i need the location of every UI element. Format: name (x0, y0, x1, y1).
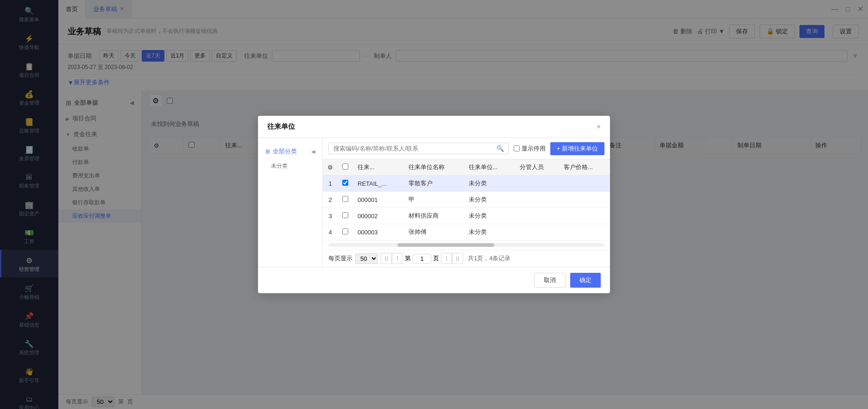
modal-table-container: ⚙ 往来... 往来单位名称 往来单位... 分管人员 客户价格... 1 (323, 159, 610, 240)
row-num: 4 (323, 224, 338, 240)
row-category: 未分类 (464, 208, 515, 224)
horizontal-scrollbar[interactable] (328, 243, 604, 247)
modal-title: 往来单位 (267, 122, 295, 131)
row-manager (515, 192, 560, 208)
row-category: 未分类 (464, 176, 515, 192)
row-name: 零散客户 (404, 176, 464, 192)
modal-col-manager[interactable]: 分管人员 (515, 159, 560, 176)
page-input[interactable] (413, 254, 431, 264)
row-price (559, 192, 610, 208)
row-code: 000002 (353, 208, 404, 224)
per-page-select[interactable]: 50 (355, 253, 378, 264)
add-partner-btn[interactable]: + 新增往来单位 (550, 142, 604, 155)
modal-close-btn[interactable]: × (597, 123, 601, 131)
row-manager (515, 176, 560, 192)
modal-main: 🔍 显示停用 + 新增往来单位 ⚙ (323, 138, 610, 267)
per-page-label: 每页显示 (328, 254, 352, 263)
modal-header: 往来单位 × (258, 116, 610, 138)
table-row[interactable]: 2 000001 甲 未分类 (323, 192, 610, 208)
row-manager (515, 208, 560, 224)
modal-scrollbar-area (323, 240, 610, 250)
modal-search-box[interactable]: 🔍 (328, 143, 509, 154)
table-row[interactable]: 3 000002 材料供应商 未分类 (323, 208, 610, 224)
modal-body: ⊞ 全部分类 ◀ 未分类 🔍 显示停用 (258, 138, 610, 267)
confirm-btn[interactable]: 确定 (570, 273, 601, 288)
row-code: 000001 (353, 192, 404, 208)
page-prev-btn[interactable]: ⟨ (392, 253, 403, 264)
row-num: 3 (323, 208, 338, 224)
show-disabled-checkbox[interactable] (514, 145, 520, 151)
partner-modal: 往来单位 × ⊞ 全部分类 ◀ 未分类 (258, 116, 610, 293)
table-row[interactable]: 1 RETAIL_... 零散客户 未分类 (323, 176, 610, 192)
modal-sidebar-uncategorized[interactable]: 未分类 (258, 159, 322, 173)
table-row[interactable]: 4 000003 张帅傅 未分类 (323, 224, 610, 240)
modal-sidebar-all-category[interactable]: ⊞ 全部分类 ◀ (258, 144, 322, 159)
modal-col-checkbox[interactable] (338, 159, 353, 176)
cancel-btn[interactable]: 取消 (534, 273, 566, 288)
row-checkbox[interactable] (338, 176, 353, 192)
row-name: 张帅傅 (404, 224, 464, 240)
modal-pagination: 每页显示 50 ⟨⟨ ⟨ 第 页 ⟩ ⟩⟩ 共1页，4条记录 (323, 250, 610, 267)
total-label: 共1页，4条记录 (468, 254, 510, 263)
modal-search-icon: 🔍 (497, 145, 504, 152)
page-of-label: 页 (433, 254, 439, 263)
row-manager (515, 224, 560, 240)
row-num: 2 (323, 192, 338, 208)
modal-actions: 取消 确定 (258, 267, 610, 293)
row-num: 1 (323, 176, 338, 192)
show-disabled-area: 显示停用 (514, 145, 546, 153)
row-code: 000003 (353, 224, 404, 240)
grid2-icon: ⊞ (265, 148, 270, 155)
page-last-btn[interactable]: ⟩⟩ (452, 253, 463, 264)
page-label: 第 (405, 254, 411, 263)
modal-toolbar: 🔍 显示停用 + 新增往来单位 (323, 138, 610, 159)
page-next-btn[interactable]: ⟩ (441, 253, 452, 264)
modal-overlay[interactable]: 往来单位 × ⊞ 全部分类 ◀ 未分类 (0, 0, 868, 409)
modal-sidebar: ⊞ 全部分类 ◀ 未分类 (258, 138, 323, 267)
scrollbar-thumb (397, 243, 494, 247)
modal-search-input[interactable] (333, 145, 497, 152)
row-category: 未分类 (464, 224, 515, 240)
modal-col-code[interactable]: 往来... (353, 159, 404, 176)
row-name: 甲 (404, 192, 464, 208)
row-name: 材料供应商 (404, 208, 464, 224)
modal-col-price[interactable]: 客户价格... (559, 159, 610, 176)
row-category: 未分类 (464, 192, 515, 208)
modal-col-settings[interactable]: ⚙ (323, 159, 338, 176)
modal-data-table: ⚙ 往来... 往来单位名称 往来单位... 分管人员 客户价格... 1 (323, 159, 610, 240)
row-checkbox[interactable] (338, 192, 353, 208)
page-first-btn[interactable]: ⟨⟨ (381, 253, 392, 264)
row-price (559, 224, 610, 240)
row-price (559, 208, 610, 224)
row-checkbox[interactable] (338, 224, 353, 240)
modal-col-name[interactable]: 往来单位名称 (404, 159, 464, 176)
row-checkbox[interactable] (338, 208, 353, 224)
row-price (559, 176, 610, 192)
modal-col-category[interactable]: 往来单位... (464, 159, 515, 176)
row-code: RETAIL_... (353, 176, 404, 192)
modal-sidebar-collapse-icon[interactable]: ◀ (311, 149, 315, 155)
